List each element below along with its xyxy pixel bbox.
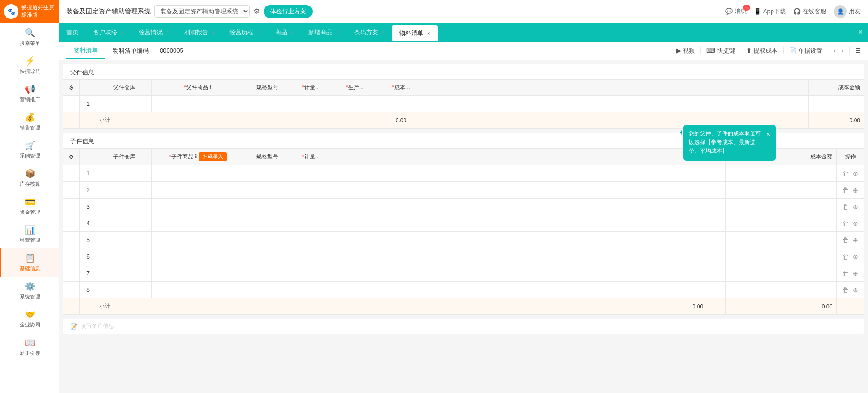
copy-row-button[interactable]: ⊕ <box>851 285 860 295</box>
app-download-button[interactable]: 📱 App下载 <box>754 7 786 16</box>
delete-row-button[interactable]: 🗑 <box>841 285 850 295</box>
child-row1-unit[interactable] <box>290 165 332 182</box>
parent-row1-unit[interactable] <box>290 96 332 112</box>
copy-row-button[interactable]: ⊕ <box>851 202 860 212</box>
child-row5-spec[interactable] <box>244 232 290 248</box>
delete-row-button[interactable]: 🗑 <box>841 169 850 178</box>
settings-gear-button[interactable]: ⚙ <box>253 7 260 16</box>
child-th-settings[interactable]: ⚙ <box>63 149 80 165</box>
delete-row-button[interactable]: 🗑 <box>841 252 850 261</box>
child-row2-unit[interactable] <box>290 182 332 199</box>
sidebar-item-enterprise[interactable]: 🤝 企业协同 <box>0 305 59 333</box>
child-row7-qty[interactable] <box>670 265 726 282</box>
copy-row-button[interactable]: ⊕ <box>851 219 860 228</box>
parent-row1-production[interactable] <box>332 96 378 112</box>
child-row8-unit[interactable] <box>290 282 332 298</box>
tab-customer-close[interactable]: × <box>121 30 124 35</box>
sidebar-item-basic-info[interactable]: 📋 基础信息 <box>0 248 59 277</box>
view-button[interactable]: ▶ 视频 <box>676 47 695 55</box>
child-row6-product[interactable] <box>152 248 244 265</box>
sidebar-item-marketing[interactable]: 📢 营销推广 <box>0 79 59 108</box>
child-row4-spec[interactable] <box>244 215 290 232</box>
child-row1-qty[interactable] <box>670 165 726 182</box>
delete-row-button[interactable]: 🗑 <box>841 202 850 212</box>
system-dropdown[interactable]: 装备及固定资产辅助管理系统 <box>154 5 250 18</box>
tooltip-close-button[interactable]: × <box>766 129 770 139</box>
sidebar-item-search[interactable]: 🔍 搜索菜单 <box>0 23 59 51</box>
sidebar-item-system[interactable]: ⚙️ 系统管理 <box>0 277 59 305</box>
child-row2-warehouse[interactable] <box>96 182 152 199</box>
sidebar-item-guide[interactable]: 📖 新手引导 <box>0 333 59 361</box>
copy-row-button[interactable]: ⊕ <box>851 186 860 195</box>
delete-row-button[interactable]: 🗑 <box>841 186 850 195</box>
sub-tab-bom-code-label[interactable]: 物料清单编码 <box>105 43 156 59</box>
child-row3-warehouse[interactable] <box>96 199 152 215</box>
child-row3-unit[interactable] <box>290 199 332 215</box>
sidebar-item-quick-nav[interactable]: ⚡ 快捷导航 <box>0 51 59 79</box>
child-row4-unit-cost[interactable] <box>726 215 781 232</box>
tab-history-close[interactable]: × <box>257 30 260 35</box>
child-row3-product[interactable] <box>152 199 244 215</box>
tab-profit[interactable]: 利润报告 × <box>177 24 222 40</box>
close-all-tabs-button[interactable]: × <box>853 24 868 40</box>
child-row6-unit-cost[interactable] <box>726 248 781 265</box>
child-row2-spec[interactable] <box>244 182 290 199</box>
child-row5-unit-cost[interactable] <box>726 232 781 248</box>
tab-barcode[interactable]: 条码方案 × <box>347 24 392 40</box>
child-row8-product[interactable] <box>152 282 244 298</box>
experience-button[interactable]: 体验行业方案 <box>264 5 313 18</box>
child-row1-unit-cost[interactable] <box>726 165 781 182</box>
tab-goods[interactable]: 商品 × <box>268 24 301 40</box>
child-row8-warehouse[interactable] <box>96 282 152 298</box>
child-row4-unit[interactable] <box>290 215 332 232</box>
tab-home[interactable]: 首页 <box>59 24 86 40</box>
child-row7-warehouse[interactable] <box>96 265 152 282</box>
tab-new-goods-close[interactable]: × <box>336 30 339 35</box>
child-row2-unit-cost[interactable] <box>726 182 781 199</box>
child-row3-qty[interactable] <box>670 199 726 215</box>
user-menu[interactable]: 👤 用友 <box>834 5 861 18</box>
sidebar-item-sales[interactable]: 💰 销售管理 <box>0 108 59 136</box>
menu-button[interactable]: ☰ <box>855 47 861 54</box>
delete-row-button[interactable]: 🗑 <box>841 269 850 278</box>
copy-row-button[interactable]: ⊕ <box>851 169 860 178</box>
child-row1-spec[interactable] <box>244 165 290 182</box>
child-row4-qty[interactable] <box>670 215 726 232</box>
scan-input-button[interactable]: 扫码录入 <box>199 152 227 161</box>
parent-row1-spec[interactable] <box>244 96 290 112</box>
copy-row-button[interactable]: ⊕ <box>851 236 860 245</box>
parent-row1-product[interactable] <box>152 96 244 112</box>
sidebar-item-inventory[interactable]: 📦 库存核算 <box>0 164 59 192</box>
parent-row1-cost[interactable] <box>378 96 424 112</box>
tab-customer[interactable]: 客户联络 × <box>86 24 131 40</box>
child-row6-warehouse[interactable] <box>96 248 152 265</box>
child-row6-qty[interactable] <box>670 248 726 265</box>
child-row1-product[interactable] <box>152 165 244 182</box>
parent-row1-warehouse[interactable] <box>96 96 152 112</box>
note-placeholder[interactable]: 填写备注信息 <box>81 322 114 330</box>
sub-tab-bom-list[interactable]: 物料清单 <box>66 42 105 59</box>
child-row8-qty[interactable] <box>670 282 726 298</box>
child-row5-warehouse[interactable] <box>96 232 152 248</box>
copy-row-button[interactable]: ⊕ <box>851 269 860 278</box>
online-service-button[interactable]: 🎧 在线客服 <box>793 7 826 16</box>
child-row5-unit[interactable] <box>290 232 332 248</box>
child-row3-spec[interactable] <box>244 199 290 215</box>
sidebar-item-operation[interactable]: 📊 经营管理 <box>0 220 59 248</box>
child-row6-spec[interactable] <box>244 248 290 265</box>
delete-row-button[interactable]: 🗑 <box>841 236 850 245</box>
child-row5-qty[interactable] <box>670 232 726 248</box>
extract-cost-button[interactable]: ⬆ 提取成本 <box>747 47 778 55</box>
tab-bom[interactable]: 物料清单 × <box>392 25 437 41</box>
tab-bom-close[interactable]: × <box>427 30 430 36</box>
child-row2-qty[interactable] <box>670 182 726 199</box>
child-row7-unit[interactable] <box>290 265 332 282</box>
child-row4-product[interactable] <box>152 215 244 232</box>
tab-profit-close[interactable]: × <box>212 30 215 35</box>
child-row8-spec[interactable] <box>244 282 290 298</box>
child-row4-warehouse[interactable] <box>96 215 152 232</box>
child-row1-warehouse[interactable] <box>96 165 152 182</box>
tab-new-goods[interactable]: 新增商品 × <box>301 24 346 40</box>
tab-goods-close[interactable]: × <box>291 30 294 35</box>
sidebar-item-finance[interactable]: 💳 资金管理 <box>0 192 59 220</box>
